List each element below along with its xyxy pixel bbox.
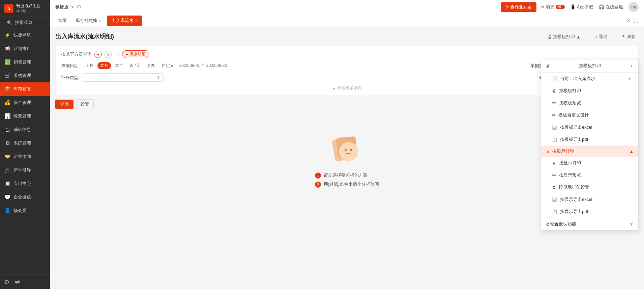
refresh-button[interactable]: ↻ 刷新 <box>619 32 639 41</box>
refresh-icon: ↻ <box>622 34 626 40</box>
query-button[interactable]: 查询 <box>55 100 74 109</box>
trial-button[interactable]: 体验行业方案 <box>501 2 536 12</box>
business-type-select[interactable]: ▼ <box>83 73 164 82</box>
dropdown-template-export-pdf[interactable]: 📋 按模板导出pdf <box>541 133 638 146</box>
dropdown-display-print[interactable]: 🖨 按显示打印 <box>541 157 638 169</box>
sidebar-item-basic[interactable]: 🗂 基础信息 <box>0 123 50 136</box>
sidebar-item-inventory[interactable]: 📦 库存核算 <box>0 82 50 96</box>
chip-icon: ● <box>126 52 128 57</box>
display-pdf-icon: 📋 <box>552 209 557 214</box>
app-logo: b 畅捷通好生意 标准版 <box>0 0 50 17</box>
user-info: 畅捷通 ▼ ⚙ <box>55 4 497 10</box>
page-body: 出入库流水(流水明细) 🖨 按模板打印 ▲ | ↑ 导出 | ↻ 刷新 按以下方… <box>50 27 644 289</box>
tab-flow-close[interactable]: × <box>135 19 137 23</box>
sales-icon: 💹 <box>4 59 11 65</box>
system-icon: ⚙ <box>4 140 11 146</box>
date-btn-this-month[interactable]: 本月 <box>97 62 111 69</box>
filter-chip[interactable]: ● 流水明细 <box>122 50 149 58</box>
date-range: 2023-06-01 至 2023-06-30 <box>179 63 227 69</box>
search-menu-item[interactable]: 🔍 搜索菜单 <box>0 17 50 28</box>
dropdown-display-section[interactable]: 🖨 按显示打印 ▲ <box>541 146 638 157</box>
footer-settings-icon: ⚙ <box>546 222 550 227</box>
purchase-icon: 🛒 <box>4 73 11 79</box>
topbar-right: ✉ 消息 99+ 📱 App下载 🎧 在线客服 Rit <box>540 2 639 12</box>
settings-button[interactable]: 设置 <box>76 99 94 109</box>
empty-icon <box>330 133 364 167</box>
sidebar-item-corp[interactable]: 🤝 企业协同 <box>0 150 50 163</box>
operation-icon: 📊 <box>4 113 11 119</box>
filter-collapse-icon[interactable]: 《 <box>115 51 119 57</box>
dropdown-footer[interactable]: ⚙ 设置默认功能 ▼ <box>541 218 638 230</box>
sidebar-item-system[interactable]: ⚙ 系统管理 <box>0 136 50 150</box>
dropdown-template-print[interactable]: 🖨 按模板打印 <box>541 85 638 97</box>
phone-icon: 📱 <box>570 4 576 9</box>
gear-icon[interactable]: ⚙ <box>77 4 81 10</box>
template-print-icon: 🖨 <box>552 88 556 94</box>
close-window-icon[interactable]: ✕ <box>626 17 631 24</box>
dropdown-display-export-pdf[interactable]: 📋 按显示导出pdf <box>541 206 638 218</box>
avatar[interactable]: Rit <box>628 2 639 12</box>
corp-icon: 🤝 <box>4 154 11 160</box>
settings-icon[interactable]: ⚙ <box>4 278 9 286</box>
sidebar-item-marketing[interactable]: 📢 营销推广 <box>0 42 50 55</box>
date-buttons: 上月 本月 本年 近7天 更多 自定义 2023-06-01 至 2023-06… <box>83 62 227 69</box>
chevron-up-icon: ▲ <box>576 34 581 40</box>
dropdown-display-preview[interactable]: 👁 按显示预览 <box>541 169 638 181</box>
message-badge: 99+ <box>556 5 565 9</box>
tab-flow[interactable]: 出入库流水 × <box>107 16 142 26</box>
template-preview-icon: 👁 <box>552 101 556 106</box>
filter-add-button[interactable]: + <box>94 51 102 58</box>
date-btn-this-year[interactable]: 本年 <box>112 62 126 69</box>
template-print-dropdown: 🖨 按模板打印 ▲ 📄 当前：出入库流水 ▼ 🖨 按模板打印 👁 按模板预览 ✏… <box>541 59 639 231</box>
sidebar-item-operation[interactable]: 📊 经营管理 <box>0 109 50 123</box>
sidebar-item-apps[interactable]: 🔲 应用中心 <box>0 177 50 190</box>
message-button[interactable]: ✉ 消息 99+ <box>540 4 565 10</box>
template-print-button[interactable]: 🖨 按模板打印 ▲ <box>545 32 583 41</box>
hint-item-1: 1 请先选择要分析的方案 <box>315 172 379 179</box>
tab-batch-account-close[interactable]: × <box>99 19 101 23</box>
business-type-caret: ▼ <box>156 75 160 80</box>
template-pdf-icon: 📋 <box>552 137 557 142</box>
sidebar-bottom: ⚙ ⇌ <box>0 274 50 289</box>
online-service-button[interactable]: 🎧 在线客服 <box>599 4 623 10</box>
footer-arrow: ▼ <box>629 222 634 227</box>
date-btn-custom[interactable]: 自定义 <box>159 62 177 69</box>
maximize-window-icon[interactable]: ⛶ <box>633 18 639 24</box>
svg-point-3 <box>345 149 347 151</box>
headset-icon: 🎧 <box>599 4 604 9</box>
display-print-section-icon: 🖨 <box>546 149 550 154</box>
date-btn-last-month[interactable]: 上月 <box>83 62 96 69</box>
dropdown-display-print-settings[interactable]: ⚙ 按显示打印设置 <box>541 181 638 193</box>
filter-settings-button[interactable]: ⚙ <box>105 51 112 58</box>
user-name: 畅捷通 <box>55 4 68 10</box>
tab-home[interactable]: 首页 <box>55 16 69 26</box>
toggle-sidebar-icon[interactable]: ⇌ <box>15 278 20 286</box>
tabbar: 首页 库存批次账 × 出入库流水 × ✕ ⛶ <box>50 14 644 27</box>
sidebar-item-sales[interactable]: 💹 销售管理 <box>0 55 50 69</box>
sidebar-item-guide[interactable]: 🎓 新手引导 <box>0 163 50 177</box>
date-label: 单据日期 <box>61 63 79 69</box>
dropdown-template-preview[interactable]: 👁 按模板预览 <box>541 97 638 109</box>
member-icon: 👤 <box>4 208 11 214</box>
search-icon: 🔍 <box>7 20 12 25</box>
guide-icon: 🎓 <box>4 167 11 173</box>
dropdown-template-export-excel[interactable]: 📊 按模板导出excel <box>541 121 638 133</box>
sidebar-item-quick-nav[interactable]: ⚡ 快捷导航 <box>0 28 50 42</box>
date-btn-7days[interactable]: 近7天 <box>127 62 143 69</box>
dropdown-display-export-excel[interactable]: 📊 按显示导出excel <box>541 193 638 206</box>
sidebar-item-member[interactable]: 👤 畅会员 <box>0 204 50 217</box>
empty-hints: 1 请先选择要分析的方案 2 用[过滤]条件来缩小分析范围 <box>315 172 379 190</box>
app-download-button[interactable]: 📱 App下载 <box>570 4 593 10</box>
sidebar-item-wechat[interactable]: 💬 企业微信 <box>0 190 50 204</box>
dropdown-current-template[interactable]: 📄 当前：出入库流水 ▼ <box>541 73 638 85</box>
sidebar-item-finance[interactable]: 💰 资金管理 <box>0 96 50 109</box>
user-dropdown-icon[interactable]: ▼ <box>70 5 75 9</box>
wechat-icon: 💬 <box>4 194 11 200</box>
svg-point-2 <box>339 142 358 161</box>
dropdown-template-custom[interactable]: ✏ 模板自定义设计 <box>541 109 638 121</box>
date-btn-more[interactable]: 更多 <box>144 62 158 69</box>
export-button[interactable]: ↑ 导出 <box>592 32 610 41</box>
current-template-icon: 📄 <box>552 76 557 81</box>
tab-batch-account[interactable]: 库存批次账 × <box>71 16 106 26</box>
sidebar-item-purchase[interactable]: 🛒 采购管理 <box>0 69 50 82</box>
